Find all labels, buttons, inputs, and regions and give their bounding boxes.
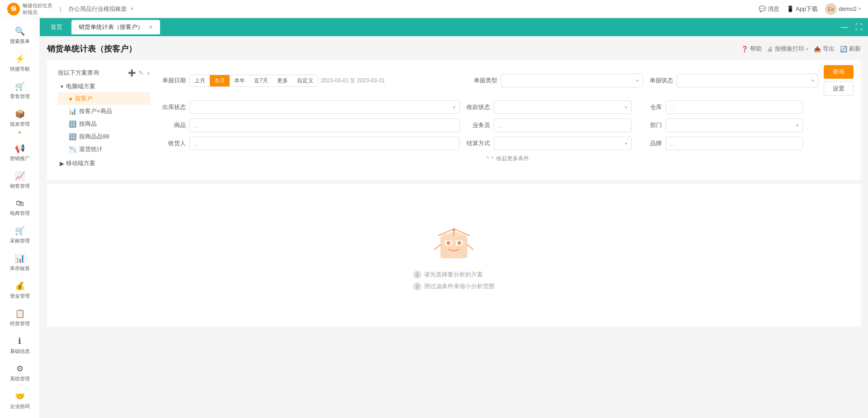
app-download-btn[interactable]: 📱 App下载 — [787, 5, 818, 13]
sidebar-item-sales[interactable]: 📈 销售管理 — [0, 166, 39, 194]
sidebar-item-marketing[interactable]: 📢 营销推广 — [0, 139, 39, 166]
scheme-group-mobile-label[interactable]: ▶ 移动端方案 — [58, 157, 150, 169]
scheme-group-pc-label[interactable]: ▼ 电脑端方案 — [58, 81, 150, 92]
message-btn[interactable]: 💬 消息 — [759, 5, 779, 13]
export-btn[interactable]: 📤 导出 — [814, 45, 835, 53]
tab-home[interactable]: 首页 — [43, 20, 70, 34]
sidebar-item-ecommerce[interactable]: 🛍 电商管理 — [0, 194, 39, 221]
date-tab-thisyear[interactable]: 本年 — [230, 75, 250, 86]
sidebar-item-enterprise[interactable]: 🤝 企业协同 — [0, 387, 39, 414]
out-status-field: 出库状态 ▾ — [161, 100, 460, 114]
refresh-icon: 🔄 — [840, 46, 847, 52]
sidebar-label-enterprise: 企业协同 — [10, 403, 30, 410]
date-tab-custom[interactable]: 自定义 — [292, 75, 318, 86]
pay-status-chevron-icon: ▾ — [625, 104, 627, 110]
salesperson-label: 业务员 — [465, 121, 490, 129]
consignee-select[interactable]: ... — [189, 137, 460, 150]
pay-status-select[interactable]: ▾ — [494, 100, 631, 114]
refresh-btn[interactable]: 🔄 刷新 — [840, 45, 861, 53]
svg-point-4 — [458, 241, 461, 245]
scheme-add-btn[interactable]: ➕ — [128, 69, 136, 76]
warehouse-select[interactable]: ... — [665, 100, 803, 114]
empty-tip-1: 1 请先选择要分析的方案 — [413, 271, 495, 279]
settlement-label: 结算方式 — [465, 139, 490, 147]
tab-minimize-btn[interactable]: — — [839, 21, 850, 33]
settlement-select[interactable]: ▾ — [494, 137, 631, 150]
mobile-arrow-icon: ▶ — [60, 160, 64, 167]
filter-row-2: 出库状态 ▾ 收款状态 ▾ — [161, 100, 854, 114]
sidebar-label-inventory: 库存核算 — [10, 265, 30, 272]
wholesale-expand-icon: ▲ — [18, 129, 22, 134]
user-menu[interactable]: Ea demo2 ▾ — [825, 3, 861, 15]
system-icon: ⚙ — [16, 364, 24, 374]
template-print-btn[interactable]: 🖨 按模板打印 ▾ — [767, 45, 808, 53]
sidebar-item-inventory[interactable]: 📊 库存核算 — [0, 249, 39, 276]
type-select[interactable]: ▾ — [501, 74, 642, 87]
query-btn[interactable]: 查询 — [824, 65, 854, 79]
search-icon: 🔍 — [15, 26, 25, 36]
scheme-item-by-product99[interactable]: 🔢 按商品品99 — [58, 130, 150, 143]
topbar: 畅 畅捷信好生意 标报员 | 办公用品行业模拟账套 ▾ 💬 消息 📱 App下载… — [0, 0, 868, 18]
date-tab-more[interactable]: 更多 — [273, 75, 292, 86]
collapse-row: ⌃⌃ 收起更多条件 — [161, 155, 854, 162]
sidebar-item-retail[interactable]: 🛒 零售管理 — [0, 77, 39, 104]
product-field: 商品 ... — [161, 119, 460, 132]
phone-icon: 📱 — [787, 5, 794, 12]
scheme-tree: ▼ 电脑端方案 ● 按客户 📊 按客户+商品 — [58, 81, 150, 169]
dropdown-icon[interactable]: ▾ — [131, 6, 133, 12]
tab-close-btn[interactable]: ✕ — [149, 24, 153, 30]
main-layout: 🔍 搜索菜单 ⚡ 快捷导航 🛒 零售管理 📦 批发管理 ▲ 📢 营销推广 📈 销… — [0, 18, 868, 418]
date-label: 单据日期 — [161, 76, 186, 85]
page-title: 销货单统计表（按客户） — [47, 43, 137, 54]
type-chevron-icon: ▾ — [636, 78, 639, 84]
department-select[interactable]: ▾ — [665, 119, 803, 132]
wholesale-icon: 📦 — [15, 109, 25, 119]
sidebar-item-business[interactable]: 📋 经营管理 — [0, 304, 39, 332]
status-select[interactable]: ▾ — [677, 74, 818, 87]
settings-btn[interactable]: 设置 — [824, 81, 854, 96]
scheme-collapse-btn[interactable]: « — [146, 69, 150, 76]
help-btn[interactable]: ❓ 帮助 — [741, 45, 762, 53]
scheme-item-refund[interactable]: 📉 退货统计 — [58, 143, 150, 156]
filter-row-3: 商品 ... 业务员 ... 部门 — [161, 119, 854, 132]
content-area: 首页 销货单统计表（按客户） ✕ — ⛶ 销货单统计表（按客户） ❓ 帮助 — [40, 18, 868, 418]
logo-icon: 畅 — [7, 3, 20, 15]
out-status-select[interactable]: ▾ — [189, 100, 460, 114]
sidebar-item-wholesale[interactable]: 📦 批发管理 ▲ — [0, 104, 39, 139]
scheme-item-by-product[interactable]: 🔢 按商品 — [58, 118, 150, 130]
collapse-up-icon: ⌃⌃ — [486, 156, 495, 162]
tab-maximize-btn[interactable]: ⛶ — [854, 21, 864, 33]
group-arrow-icon: ▼ — [60, 84, 64, 89]
scheme-edit-btn[interactable]: ✎ — [138, 69, 144, 76]
sidebar-item-finance[interactable]: 💰 资金管理 — [0, 276, 39, 304]
scheme-item-by-customer[interactable]: ● 按客户 — [58, 92, 150, 105]
date-tab-7days[interactable]: 近7天 — [250, 75, 273, 86]
topbar-right: 💬 消息 📱 App下载 Ea demo2 ▾ — [759, 3, 861, 15]
scheme-item-customer-product[interactable]: 📊 按客户+商品 — [58, 105, 150, 118]
tab-sales-stat[interactable]: 销货单统计表（按客户） ✕ — [71, 20, 160, 34]
brand-dots: ... — [670, 140, 675, 147]
salesperson-field: 业务员 ... — [465, 119, 631, 132]
product-select[interactable]: ... — [189, 119, 460, 132]
date-tab-lastmonth[interactable]: 上月 — [190, 75, 210, 86]
page-content: 销货单统计表（按客户） ❓ 帮助 🖨 按模板打印 ▾ 📤 导出 — [40, 36, 868, 418]
result-area: 1 请先选择要分析的方案 2 用过滤条件来缩小分析范围 — [47, 184, 861, 327]
filter-panel: 按以下方案查询 ➕ ✎ « ▼ 电脑端方案 — [47, 60, 861, 180]
collapse-btn[interactable]: ⌃⌃ 收起更多条件 — [486, 155, 529, 162]
sidebar-item-purchase[interactable]: 🛒 采购管理 — [0, 221, 39, 249]
print-dropdown-icon: ▾ — [806, 47, 808, 52]
salesperson-select[interactable]: ... — [494, 119, 631, 132]
sidebar-item-basic[interactable]: ℹ 基础信息 — [0, 332, 39, 359]
sidebar-item-newbie[interactable]: 🎯 新手引导 — [0, 414, 39, 418]
sidebar-label-search: 搜索菜单 — [10, 38, 30, 45]
brand-select[interactable]: ... — [665, 137, 803, 150]
date-tab-thismonth[interactable]: 本月 — [210, 75, 230, 86]
sidebar-item-shortcut[interactable]: ⚡ 快捷导航 — [0, 49, 39, 77]
empty-tip-2: 2 用过滤条件来缩小分析范围 — [413, 282, 495, 290]
sales-icon: 📈 — [15, 171, 25, 181]
sidebar-item-system[interactable]: ⚙ 系统管理 — [0, 359, 39, 387]
sidebar-label-system: 系统管理 — [10, 375, 30, 382]
scheme-panel: 按以下方案查询 ➕ ✎ « ▼ 电脑端方案 — [54, 65, 154, 175]
print-icon: 🖨 — [767, 46, 773, 52]
sidebar-item-search[interactable]: 🔍 搜索菜单 — [0, 22, 39, 49]
